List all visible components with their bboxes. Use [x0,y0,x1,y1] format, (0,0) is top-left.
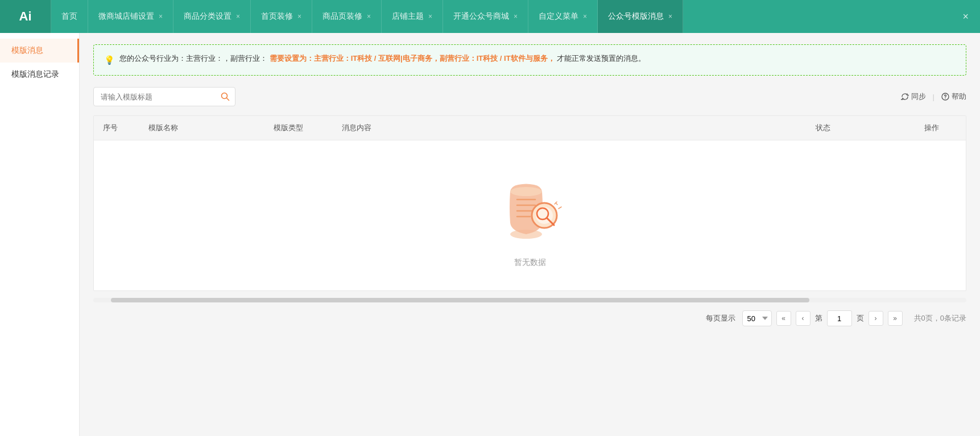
nav-tab-close-category-settings[interactable]: × [236,13,240,20]
search-button[interactable] [215,87,235,106]
pagination: 每页显示 50 10 20 100 « ‹ 第 页 › » 共0页，0条记录 [93,302,966,326]
search-icon [221,92,230,101]
data-table: 序号 模版名称 模版类型 消息内容 状态 操作 [93,115,966,291]
page-size-label: 每页显示 [706,313,735,323]
top-nav: Ai 首页微商城店铺设置×商品分类设置×首页装修×商品页装修×店铺主题×开通公众… [0,0,980,33]
empty-illustration [493,175,567,248]
main-layout: 模版消息模版消息记录 💡 您的公众号行业为：主营行业：，副营行业： 需要设置为：… [0,33,980,436]
nav-tab-close-shop-settings[interactable]: × [159,13,163,20]
scrollbar-thumb[interactable] [111,298,809,302]
notice-text: 您的公众号行业为：主营行业：，副营行业： 需要设置为：主营行业：IT科技 / 互… [119,53,646,65]
nav-tab-custom-menu[interactable]: 自定义菜单× [528,0,598,33]
col-header-name: 模版名称 [139,116,264,140]
search-input[interactable] [93,87,235,106]
search-input-wrap [93,87,235,106]
svg-line-1 [227,98,229,101]
svg-line-16 [559,207,561,209]
sidebar-item-template-msg-record[interactable]: 模版消息记录 [0,63,79,86]
col-header-action: 操作 [898,116,966,140]
nav-tab-open-mall[interactable]: 开通公众号商城× [443,0,528,33]
col-header-content: 消息内容 [333,116,807,140]
sidebar: 模版消息模版消息记录 [0,33,80,436]
nav-tab-template-msg[interactable]: 公众号模版消息× [598,0,683,33]
nav-tabs-container: 首页微商城店铺设置×商品分类设置×首页装修×商品页装修×店铺主题×开通公众号商城… [51,0,951,33]
nav-tab-product-decor[interactable]: 商品页装修× [312,0,382,33]
page-label: 第 [815,313,822,323]
close-all-button[interactable]: × [951,0,980,33]
notice-banner: 💡 您的公众号行业为：主营行业：，副营行业： 需要设置为：主营行业：IT科技 /… [93,44,966,76]
col-header-seq: 序号 [94,116,139,140]
nav-tab-close-product-decor[interactable]: × [367,13,371,20]
toolbar-right: 同步 | 帮助 [901,92,966,102]
next-page-button[interactable]: › [869,311,883,326]
empty-state: 暂无数据 [94,140,966,290]
search-bar: 同步 | 帮助 [93,87,966,106]
sync-button[interactable]: 同步 [901,92,926,102]
nav-tab-close-custom-menu[interactable]: × [583,13,587,20]
total-info: 共0页，0条记录 [914,313,966,323]
help-icon [941,93,949,101]
first-page-button[interactable]: « [776,311,791,326]
page-input[interactable] [827,310,852,326]
empty-text: 暂无数据 [514,258,546,268]
sync-icon [901,93,909,101]
nav-tab-close-shop-theme[interactable]: × [428,13,432,20]
nav-tab-shop-settings[interactable]: 微商城店铺设置× [88,0,173,33]
svg-line-15 [556,203,557,205]
nav-tab-category-settings[interactable]: 商品分类设置× [173,0,251,33]
nav-tab-close-template-msg[interactable]: × [668,13,672,20]
table-header: 序号 模版名称 模版类型 消息内容 状态 操作 [94,116,966,140]
toolbar-divider: | [933,93,934,101]
nav-tab-shop-theme[interactable]: 店铺主题× [382,0,443,33]
nav-tab-homepage-decor[interactable]: 首页装修× [251,0,312,33]
svg-point-5 [510,187,542,196]
page-unit: 页 [857,313,864,323]
svg-point-3 [945,98,945,98]
notice-icon: 💡 [104,53,115,67]
last-page-button[interactable]: » [888,311,903,326]
col-header-status: 状态 [807,116,898,140]
sidebar-item-template-msg[interactable]: 模版消息 [0,39,79,63]
horizontal-scrollbar[interactable] [93,298,966,302]
content-area: 💡 您的公众号行业为：主营行业：，副营行业： 需要设置为：主营行业：IT科技 /… [80,33,980,436]
prev-page-button[interactable]: ‹ [796,311,811,326]
help-button[interactable]: 帮助 [941,92,966,102]
col-header-type: 模版类型 [264,116,333,140]
sidebar-items-container: 模版消息模版消息记录 [0,39,79,86]
nav-tab-close-homepage-decor[interactable]: × [297,13,301,20]
page-size-select[interactable]: 50 10 20 100 [742,310,772,326]
nav-tab-home[interactable]: 首页 [51,0,88,33]
nav-tab-close-open-mall[interactable]: × [514,13,518,20]
app-logo: Ai [0,0,51,33]
